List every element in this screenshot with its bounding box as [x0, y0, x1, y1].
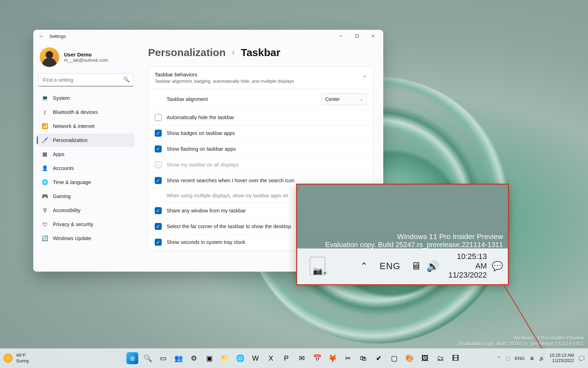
network-icon[interactable]: 🖥 — [530, 356, 534, 361]
chevron-up-icon[interactable]: ⌃ — [363, 75, 367, 81]
checkbox — [155, 161, 162, 168]
taskbar-behaviors-header[interactable]: Taskbar behaviors Taskbar alignment, bad… — [148, 67, 373, 89]
minimize-button[interactable] — [333, 30, 349, 42]
taskbar-explorer-icon[interactable]: 📁 — [219, 352, 231, 364]
taskbar-snip-icon[interactable]: ✂ — [342, 352, 354, 364]
volume-icon[interactable]: 🔊 — [539, 356, 545, 361]
user-name: User Demo — [64, 52, 108, 57]
taskbar-paint-icon[interactable]: 🎨 — [404, 352, 415, 364]
taskbar-word-icon[interactable]: W — [250, 352, 261, 364]
taskbar-settings-icon[interactable]: ⚙ — [188, 352, 200, 364]
search-icon: 🔍 — [123, 76, 130, 83]
sidebar-item-bluetooth-devices[interactable]: ᛒBluetooth & devices — [37, 105, 135, 119]
back-button[interactable]: ← — [35, 30, 47, 42]
taskbar-photos-icon[interactable]: 🖼 — [419, 352, 431, 364]
system-tray: ⌃ ⬚ ENG 🖥 🔊 10:25:13 AM 11/23/2022 💬 — [497, 353, 584, 363]
taskbar-excel-icon[interactable]: X — [265, 352, 277, 364]
sidebar-item-windows-update[interactable]: 🔄Windows Update — [37, 232, 135, 245]
taskbar-start-icon[interactable]: ⊞ — [126, 352, 138, 364]
crumb-current: Taskbar — [241, 47, 280, 59]
nav-icon: 🛡 — [42, 222, 48, 227]
taskbar-taskview-icon[interactable]: ▭ — [157, 352, 169, 364]
checkbox[interactable]: ✓ — [155, 207, 162, 214]
sidebar-item-accounts[interactable]: 👤Accounts — [37, 162, 135, 175]
checkbox[interactable] — [155, 114, 162, 121]
language-indicator[interactable]: ENG — [515, 356, 525, 361]
tray-overflow-icon[interactable]: ⌃ — [360, 261, 368, 272]
user-account-block[interactable]: User Demo m__lab@outlook.com — [37, 44, 135, 73]
taskbar-fox-icon[interactable]: 🦊 — [327, 352, 338, 364]
network-icon[interactable]: 🖥 — [411, 260, 421, 272]
sidebar-item-personalization[interactable]: 🖌️Personalization — [37, 134, 135, 147]
taskbar-teams-icon[interactable]: 👥 — [173, 352, 184, 364]
nav-label: Windows Update — [53, 236, 91, 241]
taskbar-whiteboard-icon[interactable]: ▢ — [388, 352, 400, 364]
setting-row[interactable]: ✓Show badges on taskbar apps — [148, 125, 373, 141]
svg-rect-1 — [356, 35, 358, 38]
nav-icon: 🌐 — [42, 179, 48, 185]
user-email: m__lab@outlook.com — [64, 57, 108, 63]
setting-label: Show badges on taskbar apps — [167, 130, 235, 136]
chevron-right-icon: › — [232, 48, 234, 57]
checkbox[interactable]: ✓ — [155, 130, 162, 137]
inset-time: 10:25:13 AM — [448, 252, 487, 271]
setting-label: Show my taskbar on all displays — [167, 162, 239, 168]
breadcrumb: Personalization › Taskbar — [148, 47, 373, 59]
nav-icon: ᛒ — [42, 109, 48, 115]
close-button[interactable] — [365, 30, 381, 42]
nav-label: Network & internet — [53, 123, 94, 129]
nav-icon: ⚲ — [42, 207, 48, 213]
setting-row[interactable]: ✓Show flashing on taskbar apps — [148, 141, 373, 157]
checkbox[interactable]: ✓ — [155, 239, 162, 246]
taskbar-edge-icon[interactable]: 🌐 — [234, 352, 246, 364]
tray-overflow-icon[interactable]: ⌃ — [497, 356, 501, 361]
taskbar-outlook-icon[interactable]: ✉ — [296, 352, 308, 364]
taskbar-terminal-icon[interactable]: ▣ — [203, 352, 215, 364]
language-indicator[interactable]: ENG — [380, 261, 400, 272]
setting-label: Show recent searches when I hover over t… — [167, 178, 294, 183]
nav-icon: ▦ — [42, 151, 48, 157]
sidebar-item-privacy-security[interactable]: 🛡Privacy & security — [37, 218, 135, 231]
taskbar-gallery-icon[interactable]: 🗂 — [434, 352, 446, 364]
sidebar-item-time-language[interactable]: 🌐Time & language — [37, 176, 135, 189]
clock-block[interactable]: 10:25:13 AM 11/23/2022 — [448, 252, 487, 280]
nav-label: Bluetooth & devices — [53, 109, 98, 115]
snipping-tool-icon[interactable]: + — [310, 257, 325, 275]
notifications-icon[interactable]: 💬 — [492, 261, 503, 272]
checkbox[interactable]: ✓ — [155, 177, 162, 184]
sidebar-item-system[interactable]: 💻System — [37, 91, 135, 105]
nav-label: Privacy & security — [53, 222, 93, 227]
volume-icon[interactable]: 🔊 — [426, 260, 439, 272]
sidebar-item-apps[interactable]: ▦Apps — [37, 148, 135, 161]
checkbox[interactable]: ✓ — [155, 223, 162, 230]
sidebar-item-network-internet[interactable]: 📶Network & internet — [37, 120, 135, 133]
nav-label: Apps — [53, 151, 64, 157]
taskbar-media-icon[interactable]: 🎞 — [450, 352, 462, 364]
alignment-select[interactable]: Center ⌄ — [321, 93, 367, 105]
touchpad-icon[interactable]: ⬚ — [506, 356, 510, 361]
nav-label: Time & language — [53, 179, 91, 185]
taskbar-center-icons: ⊞🔍▭👥⚙▣📁🌐WXP✉📅🦊✂🛍✔▢🎨🖼🗂🎞 — [126, 352, 462, 364]
taskbar-calendar-icon[interactable]: 📅 — [311, 352, 323, 364]
nav-icon: 🔄 — [42, 235, 48, 241]
callout-arrow — [503, 284, 580, 357]
taskbar-todo-icon[interactable]: ✔ — [373, 352, 385, 364]
maximize-button[interactable] — [349, 30, 365, 42]
taskbar-powerpoint-icon[interactable]: P — [280, 352, 292, 364]
avatar — [40, 47, 59, 67]
sidebar-item-gaming[interactable]: 🎮Gaming — [37, 190, 135, 203]
sidebar-item-accessibility[interactable]: ⚲Accessibility — [37, 204, 135, 217]
setting-row[interactable]: Automatically hide the taskbar — [148, 109, 373, 125]
checkbox[interactable]: ✓ — [155, 145, 162, 152]
taskbar-search-icon[interactable]: 🔍 — [142, 352, 154, 364]
magnifier-inset: Windows 11 Pro Insider Preview Evaluatio… — [296, 184, 509, 285]
weather-widget[interactable]: 49°F Sunny — [4, 353, 77, 363]
taskbar-clock[interactable]: 10:25:13 AM 11/23/2022 — [550, 353, 574, 363]
search-input[interactable] — [38, 73, 133, 87]
inset-taskbar: + ⌃ ENG 🖥 🔊 10:25:13 AM 11/23/2022 💬 — [297, 248, 508, 284]
nav-icon: 💻 — [42, 95, 48, 101]
notifications-icon[interactable]: 💬 — [579, 356, 584, 361]
taskbar-store-icon[interactable]: 🛍 — [357, 352, 369, 364]
sun-icon — [4, 354, 13, 363]
crumb-parent[interactable]: Personalization — [148, 47, 226, 59]
